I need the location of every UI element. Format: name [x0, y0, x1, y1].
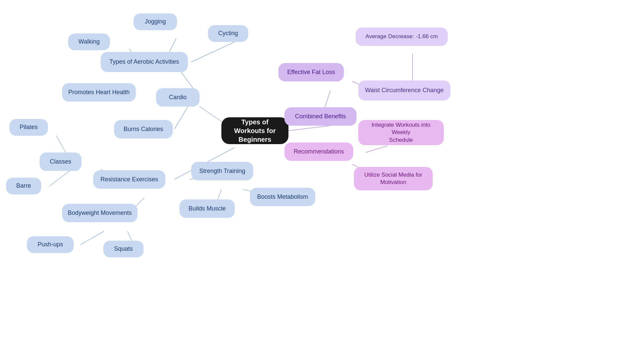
integrate-node: Integrate Workouts into Weekly Schedule — [358, 120, 444, 145]
cycling-label: Cycling — [218, 29, 238, 37]
center-node: Types of Workouts for Beginners — [221, 117, 288, 144]
walking-node: Walking — [68, 34, 110, 50]
pilates-node: Pilates — [9, 119, 48, 136]
boosts-metabolism-label: Boosts Metabolism — [257, 193, 308, 201]
boosts-metabolism-node: Boosts Metabolism — [250, 188, 315, 206]
avg-decrease-node: Average Decrease: -1.66 cm — [356, 27, 448, 46]
center-label: Types of Workouts for Beginners — [227, 118, 283, 144]
svg-line-6 — [174, 107, 188, 129]
cycling-node: Cycling — [208, 25, 248, 42]
effective-fat-loss-label: Effective Fat Loss — [287, 68, 335, 76]
waist-circ-node: Waist Circumference Change — [358, 80, 450, 101]
svg-line-22 — [366, 146, 387, 153]
svg-line-13 — [50, 170, 70, 186]
bodyweight-label: Bodyweight Movements — [68, 209, 132, 217]
barre-node: Barre — [6, 178, 41, 194]
pushups-node: Push-ups — [27, 236, 74, 253]
squats-node: Squats — [103, 241, 144, 257]
burns-calories-label: Burns Calories — [123, 125, 163, 133]
builds-muscle-node: Builds Muscle — [179, 199, 235, 218]
builds-muscle-label: Builds Muscle — [189, 205, 226, 213]
pushups-label: Push-ups — [38, 241, 63, 248]
jogging-label: Jogging — [145, 18, 166, 25]
squats-label: Squats — [114, 245, 133, 253]
svg-line-17 — [288, 125, 335, 131]
recommendations-node: Recommendations — [284, 142, 353, 161]
svg-line-15 — [80, 231, 104, 245]
cardio-label: Cardio — [169, 94, 186, 101]
resistance-label: Resistance Exercises — [100, 176, 158, 183]
avg-decrease-label: Average Decrease: -1.66 cm — [365, 33, 438, 40]
strength-training-label: Strength Training — [199, 167, 245, 175]
svg-line-3 — [191, 42, 235, 62]
combined-benefits-node: Combined Benefits — [284, 107, 357, 126]
recommendations-label: Recommendations — [293, 148, 344, 156]
barre-label: Barre — [16, 182, 31, 190]
strength-training-node: Strength Training — [191, 162, 253, 180]
social-media-node: Utilize Social Media for Motivation — [354, 167, 433, 190]
effective-fat-loss-node: Effective Fat Loss — [278, 63, 344, 81]
walking-label: Walking — [78, 38, 100, 46]
types-aerobic-node: Types of Aerobic Activities — [101, 52, 188, 72]
bodyweight-node: Bodyweight Movements — [62, 204, 138, 222]
waist-circ-label: Waist Circumference Change — [365, 86, 443, 94]
resistance-node: Resistance Exercises — [93, 170, 165, 189]
classes-node: Classes — [40, 153, 82, 171]
promotes-heart-label: Promotes Heart Health — [68, 88, 129, 96]
social-media-label: Utilize Social Media for Motivation — [364, 171, 422, 186]
burns-calories-node: Burns Calories — [114, 120, 173, 138]
cardio-node: Cardio — [156, 88, 200, 107]
pilates-label: Pilates — [19, 123, 38, 131]
classes-label: Classes — [50, 158, 71, 166]
jogging-node: Jogging — [133, 13, 177, 30]
combined-benefits-label: Combined Benefits — [295, 113, 346, 120]
promotes-heart-node: Promotes Heart Health — [62, 83, 136, 102]
types-aerobic-label: Types of Aerobic Activities — [109, 58, 179, 66]
integrate-label: Integrate Workouts into Weekly Schedule — [364, 121, 438, 143]
